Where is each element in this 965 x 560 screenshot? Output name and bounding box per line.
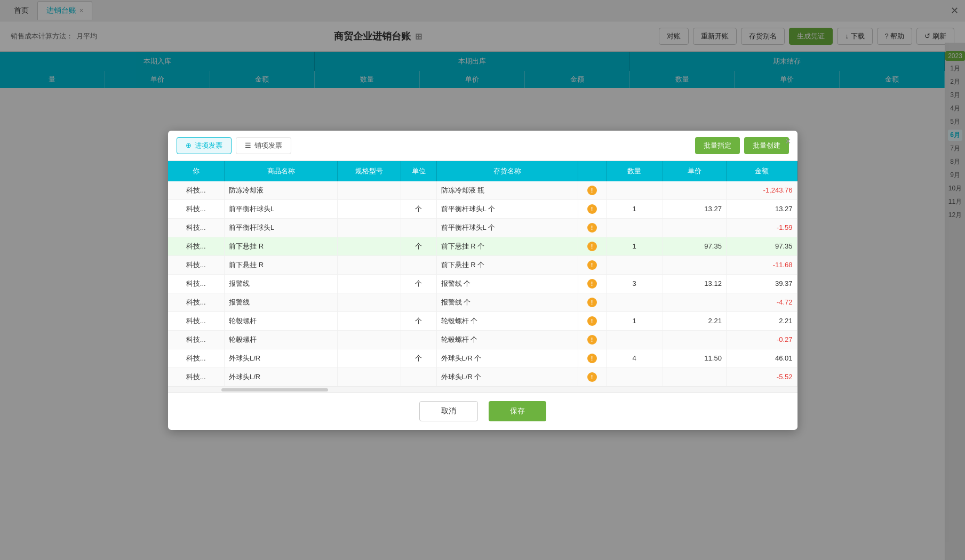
cell-10-6 [606,367,663,386]
cell-7-4: 轮毂螺杆 个 [436,311,578,330]
warning-icon: ! [587,279,597,289]
cell-7-2 [338,311,401,330]
cell-6-1: 报警线 [225,293,338,311]
cell-0-4: 防冻冷却液 瓶 [436,181,578,200]
cell-1-4: 前平衡杆球头L 个 [436,199,578,218]
th-col1: 你 [168,161,225,181]
cell-5-7: 13.12 [663,274,726,293]
tab-in-label: 进项发票 [195,141,222,150]
cell-7-1: 轮毂螺杆 [225,311,338,330]
batch-create-button[interactable]: 批量创建 [744,137,789,154]
cell-5-6: 3 [606,274,663,293]
cell-9-2 [338,349,401,367]
cell-6-3 [401,293,436,311]
modal-overlay: ⊕ 进项发票 ☰ 销项发票 批量指定 批量创建 × 你 [0,21,965,560]
cell-6-5: ! [578,293,606,311]
table-row[interactable]: 科技...轮毂螺杆个轮毂螺杆 个!12.212.21 [168,311,797,330]
cell-10-0: 科技... [168,367,225,386]
cell-9-3: 个 [401,349,436,367]
cell-3-4: 前下悬挂 R 个 [436,237,578,255]
cell-10-2 [338,367,401,386]
cell-7-3: 个 [401,311,436,330]
cell-1-8: 13.27 [726,199,797,218]
cell-2-2 [338,218,401,237]
table-row[interactable]: 科技...报警线个报警线 个!313.1239.37 [168,274,797,293]
cell-7-5: ! [578,311,606,330]
cell-7-6: 1 [606,311,663,330]
table-row[interactable]: 科技...前平衡杆球头L个前平衡杆球头L 个!113.2713.27 [168,199,797,218]
cell-3-2 [338,237,401,255]
cell-3-3: 个 [401,237,436,255]
cell-0-7 [663,181,726,200]
cell-8-2 [338,330,401,349]
cell-3-0: 科技... [168,237,225,255]
cell-9-5: ! [578,349,606,367]
th-stock-name: 存货名称 [436,161,578,181]
cell-2-5: ! [578,218,606,237]
invoice-table: 你 商品名称 规格型号 单位 存货名称 数量 单价 金额 科技...防冻冷却液防… [168,161,797,387]
table-row[interactable]: 科技...前平衡杆球头L前平衡杆球头L 个!-1.59 [168,218,797,237]
cell-6-7 [663,293,726,311]
cell-10-1: 外球头L/R [225,367,338,386]
cell-1-1: 前平衡杆球头L [225,199,338,218]
table-row[interactable]: 科技...前下悬挂 R个前下悬挂 R 个!197.3597.35 [168,237,797,255]
cell-1-5: ! [578,199,606,218]
cell-8-5: ! [578,330,606,349]
cell-5-0: 科技... [168,274,225,293]
table-row[interactable]: 科技...报警线报警线 个!-4.72 [168,293,797,311]
warning-icon: ! [587,335,597,345]
modal-header-buttons: 批量指定 批量创建 [695,137,789,154]
cell-6-4: 报警线 个 [436,293,578,311]
cell-8-3 [401,330,436,349]
warning-icon: ! [587,204,597,214]
save-button[interactable]: 保存 [489,401,546,421]
cell-7-7: 2.21 [663,311,726,330]
batch-assign-button[interactable]: 批量指定 [695,137,740,154]
horizontal-scrollbar[interactable] [168,387,797,392]
cell-10-5: ! [578,367,606,386]
modal-footer: 取消 保存 [168,392,797,430]
cell-4-5: ! [578,255,606,274]
cell-9-7: 11.50 [663,349,726,367]
cancel-button[interactable]: 取消 [419,401,478,421]
warning-icon: ! [587,316,597,326]
cell-2-8: -1.59 [726,218,797,237]
tab-in-icon: ⊕ [186,141,192,149]
cell-6-0: 科技... [168,293,225,311]
cell-4-1: 前下悬挂 R [225,255,338,274]
cell-8-8: -0.27 [726,330,797,349]
warning-icon: ! [587,260,597,270]
cell-5-1: 报警线 [225,274,338,293]
cell-5-4: 报警线 个 [436,274,578,293]
th-amount: 金额 [726,161,797,181]
tab-out-invoice[interactable]: ☰ 销项发票 [236,137,291,154]
cell-7-8: 2.21 [726,311,797,330]
table-row[interactable]: 科技...外球头L/R外球头L/R 个!-5.52 [168,367,797,386]
table-row[interactable]: 科技...外球头L/R个外球头L/R 个!411.5046.01 [168,349,797,367]
cell-0-5: ! [578,181,606,200]
th-product-name: 商品名称 [225,161,338,181]
th-unit: 单位 [401,161,436,181]
cell-4-8: -11.68 [726,255,797,274]
cell-8-0: 科技... [168,330,225,349]
cell-9-0: 科技... [168,349,225,367]
warning-icon: ! [587,298,597,307]
cell-2-3 [401,218,436,237]
cell-5-5: ! [578,274,606,293]
cell-0-6 [606,181,663,200]
modal-close-button[interactable]: × [785,136,791,147]
cell-10-3 [401,367,436,386]
modal-dialog: ⊕ 进项发票 ☰ 销项发票 批量指定 批量创建 × 你 [168,131,797,430]
cell-8-6 [606,330,663,349]
invoice-table-body: 科技...防冻冷却液防冻冷却液 瓶!-1,243.76科技...前平衡杆球头L个… [168,181,797,387]
table-row[interactable]: 科技...轮毂螺杆轮毂螺杆 个!-0.27 [168,330,797,349]
tab-in-invoice[interactable]: ⊕ 进项发票 [177,137,232,154]
warning-icon: ! [587,372,597,382]
table-row[interactable]: 科技...防冻冷却液防冻冷却液 瓶!-1,243.76 [168,181,797,200]
cell-8-7 [663,330,726,349]
cell-0-8: -1,243.76 [726,181,797,200]
cell-2-0: 科技... [168,218,225,237]
cell-0-0: 科技... [168,181,225,200]
table-row[interactable]: 科技...前下悬挂 R前下悬挂 R 个!-11.68 [168,255,797,274]
cell-1-7: 13.27 [663,199,726,218]
